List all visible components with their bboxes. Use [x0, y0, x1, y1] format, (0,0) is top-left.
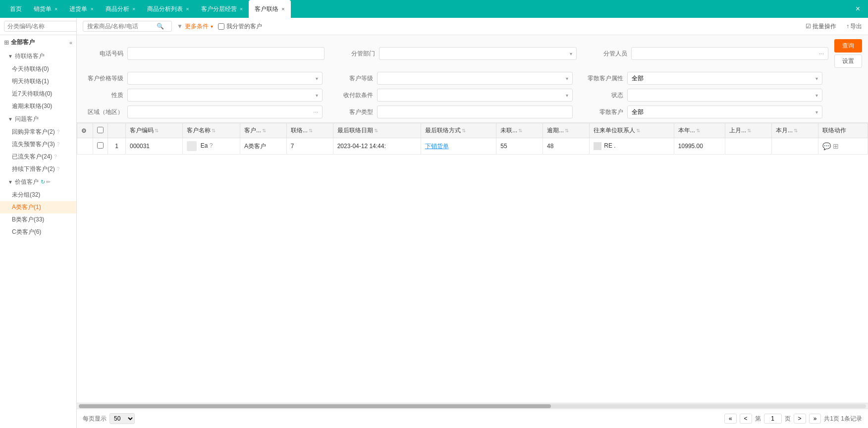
sort-icon-overdue: ⇅	[565, 128, 569, 133]
th-this-year[interactable]: 本年... ⇅	[674, 123, 725, 138]
last-page-btn[interactable]: »	[809, 414, 821, 424]
th-last-month[interactable]: 上月... ⇅	[725, 123, 772, 138]
close-contact-tab[interactable]: ×	[281, 6, 284, 12]
my-customers-check[interactable]	[218, 23, 224, 30]
last-method-link[interactable]: 下销货单	[425, 143, 449, 150]
nav-customer-segment[interactable]: 客户分层经营 ×	[195, 0, 249, 18]
sidebar-item-tomorrow[interactable]: 明天待联络(1)	[0, 75, 76, 88]
next-page-btn[interactable]: >	[794, 414, 806, 424]
sidebar-item-keep-down[interactable]: 持续下滑客户(2) ?	[0, 163, 76, 175]
qr-action-icon[interactable]: ⊞	[833, 142, 839, 150]
nav-customer-contact[interactable]: 客户联络 ×	[249, 0, 290, 18]
th-company-contact[interactable]: 往来单位联系人 ⇅	[590, 123, 674, 138]
cust-type-input[interactable]	[377, 106, 572, 118]
first-page-btn[interactable]: «	[724, 414, 737, 424]
my-customers-checkbox[interactable]: 我分管的客户	[218, 22, 262, 31]
nav-purchase[interactable]: 进货单 ×	[63, 0, 99, 18]
sidebar-item-today[interactable]: 今天待联络(0)	[0, 63, 76, 75]
sidebar-item-b-class[interactable]: B类客户(33)	[0, 214, 76, 226]
phone-input[interactable]	[127, 47, 325, 60]
sidebar-group-value[interactable]: ▼ 价值客户 ↻ ✏	[0, 175, 76, 189]
price-level-select[interactable]: ▾	[127, 72, 323, 85]
filter-search-input[interactable]	[87, 23, 157, 30]
export-btn[interactable]: ↑ 导出	[846, 22, 862, 31]
collapse-sidebar-btn[interactable]: «	[69, 40, 72, 46]
filter-row-4: 区域（地区） ··· 客户类型 零散客户	[83, 106, 862, 118]
per-page-select[interactable]: 20 50 100	[109, 413, 135, 424]
filter-search-icon[interactable]: 🔍	[157, 23, 164, 30]
sidebar-item-a-class[interactable]: A类客户(1)	[0, 201, 76, 214]
close-sales-tab[interactable]: ×	[54, 6, 57, 12]
nature-select[interactable]: ▾	[127, 89, 323, 102]
page-label: 第	[755, 415, 761, 423]
th-last-method[interactable]: 最后联络方式 ⇅	[421, 123, 496, 138]
scrollbar-thumb[interactable]	[79, 404, 551, 408]
area-select[interactable]: ···	[127, 106, 323, 118]
filter-nature: 性质 ▾	[83, 89, 323, 102]
nav-analysis[interactable]: 商品分析 ×	[100, 0, 141, 18]
sidebar-group-pending[interactable]: ▼ 待联络客户	[0, 50, 76, 63]
sort-icon-lmonth: ⇅	[747, 128, 751, 133]
close-analysis-tab[interactable]: ×	[132, 6, 135, 12]
settings-button[interactable]: 设置	[834, 54, 862, 68]
page-number-input[interactable]	[764, 414, 782, 424]
chevron-down-icon-3: ▾	[316, 76, 318, 81]
sidebar-item-repeat-abnormal[interactable]: 回购异常客户(2) ?	[0, 126, 76, 138]
close-analysis-list-tab[interactable]: ×	[186, 6, 189, 12]
cust-type-text-input[interactable]	[381, 108, 568, 115]
payment-select[interactable]: ▾	[377, 89, 572, 102]
filter-row-3: 性质 ▾ 收付款条件 ▾ 状态	[83, 89, 862, 102]
more-filters-btn[interactable]: ▼ 更多条件 ▾	[176, 22, 214, 31]
phone-text-input[interactable]	[132, 50, 320, 57]
cust-level-select[interactable]: ▾	[377, 72, 572, 85]
sidebar-item-unclassified[interactable]: 未分组(32)	[0, 189, 76, 201]
nav-analysis-list[interactable]: 商品分析列表 ×	[141, 0, 195, 18]
dept-select[interactable]: ▾	[379, 47, 576, 60]
th-actions: 联络动作	[818, 123, 868, 138]
sidebar-item-c-class[interactable]: C类客户(6)	[0, 226, 76, 238]
chat-action-icon[interactable]: 💬	[822, 142, 831, 150]
cell-num: 1	[108, 138, 126, 155]
export-icon: ↑	[846, 23, 849, 30]
filter-payment: 收付款条件 ▾	[332, 89, 572, 102]
th-uncontacted[interactable]: 未联... ⇅	[496, 123, 543, 138]
th-name[interactable]: 客户名称 ⇅	[183, 123, 240, 138]
scrollbar-track[interactable]	[79, 404, 866, 408]
th-overdue[interactable]: 逾期... ⇅	[543, 123, 590, 138]
th-settings[interactable]: ⚙	[77, 123, 93, 138]
th-category[interactable]: 客户... ⇅	[240, 123, 286, 138]
nav-sales[interactable]: 销货单 ×	[28, 0, 63, 18]
row-checkbox[interactable]	[97, 142, 104, 149]
nav-home[interactable]: 首页	[4, 0, 28, 18]
query-button[interactable]: 查询	[834, 39, 862, 53]
close-segment-tab[interactable]: ×	[240, 6, 243, 12]
person-select[interactable]: ···	[631, 47, 828, 60]
more-icon-2[interactable]: ···	[313, 108, 318, 115]
sidebar-group-problem[interactable]: ▼ 问题客户	[0, 112, 76, 126]
close-window-btn[interactable]: ×	[852, 4, 864, 13]
retail-attr-select[interactable]: 全部 ▾	[627, 72, 822, 85]
sidebar-item-overdue[interactable]: 逾期未联络(30)	[0, 100, 76, 112]
batch-op-btn[interactable]: ☑ 批量操作	[806, 22, 836, 31]
status-select[interactable]: ▾	[627, 89, 822, 102]
th-contact[interactable]: 联络... ⇅	[286, 123, 333, 138]
sort-icon-method: ⇅	[462, 128, 466, 133]
select-all-checkbox[interactable]	[97, 127, 104, 133]
horizontal-scrollbar[interactable]	[77, 403, 868, 409]
prev-page-btn[interactable]: <	[740, 414, 752, 424]
pagination: 每页显示 20 50 100 « < 第 页 > » 共1页 1条记录	[77, 409, 868, 428]
th-last-date[interactable]: 最后联络日期 ⇅	[333, 123, 421, 138]
retail-select[interactable]: 全部 ▾	[627, 106, 822, 118]
sidebar-item-near7[interactable]: 近7天待联络(0)	[0, 88, 76, 100]
all-customers-header[interactable]: ⊞ 全部客户 «	[0, 35, 76, 50]
close-purchase-tab[interactable]: ×	[90, 6, 93, 12]
sidebar-item-lost-predict[interactable]: 流失预警客户(3) ?	[0, 138, 76, 151]
th-code[interactable]: 客户编码 ⇅	[126, 123, 183, 138]
sidebar-search-input[interactable]	[4, 21, 77, 32]
more-icon[interactable]: ···	[819, 50, 824, 57]
chevron-down-icon-5: ▾	[815, 76, 818, 81]
sidebar-item-lost[interactable]: 已流失客户(24) ?	[0, 151, 76, 163]
th-this-month[interactable]: 本月... ⇅	[771, 123, 818, 138]
refresh-icon[interactable]: ↻	[41, 179, 45, 185]
edit-icon[interactable]: ✏	[46, 179, 51, 185]
